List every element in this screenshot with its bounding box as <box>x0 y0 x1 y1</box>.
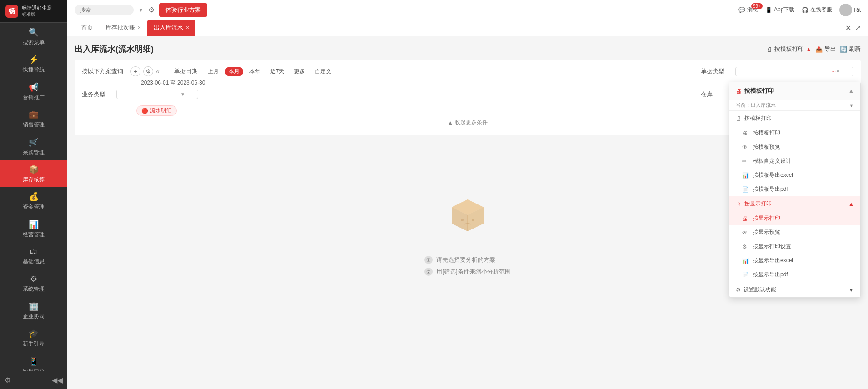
filter-actions: + ⚙ « <box>130 66 160 76</box>
tab-close-flow[interactable]: × <box>186 25 189 31</box>
display-pdf-icon: 📄 <box>742 272 749 278</box>
username-label: Rit <box>854 7 861 13</box>
tab-flow[interactable]: 出入库流水 × <box>147 20 195 36</box>
warehouse-label: 仓库 <box>701 90 728 99</box>
display-section-collapse-icon: ▲ <box>848 201 854 207</box>
sidebar-item-basics[interactable]: 🗂 基础信息 <box>0 242 67 269</box>
msg-icon: 💬 <box>738 7 745 13</box>
display-section-icon: 🖨 <box>736 200 742 207</box>
template-print-chevron: ▲ <box>806 46 812 53</box>
tab-close-batch[interactable]: × <box>138 25 141 31</box>
sidebar-item-sales[interactable]: 💼 销售管理 <box>0 105 67 132</box>
date-btn-this-year[interactable]: 本年 <box>246 67 264 76</box>
print-item-icon: 🖨 <box>742 130 749 136</box>
date-btn-custom[interactable]: 自定义 <box>311 67 335 76</box>
dropdown-item-template-print[interactable]: 🖨 按模板打印 <box>729 126 860 140</box>
sidebar-item-enterprise[interactable]: 🏢 企业协同 <box>0 297 67 324</box>
sidebar-item-system[interactable]: ⚙ 系统管理 <box>0 269 67 297</box>
sidebar-item-search[interactable]: 🔍 搜索菜单 <box>0 23 67 50</box>
filter-settings-button[interactable]: ⚙ <box>143 66 153 76</box>
dropdown-item-display-preview[interactable]: 👁 按显示预览 <box>729 225 860 239</box>
display-print-icon: 🖨 <box>742 215 749 222</box>
sidebar-item-inventory[interactable]: 📦 库存核算 <box>0 160 67 187</box>
filter-collapse-icon[interactable]: « <box>156 68 160 75</box>
app-download-button[interactable]: 📱 App下载 <box>765 6 794 14</box>
filter-tag-icon: 🔴 <box>141 108 148 114</box>
sidebar-item-operations[interactable]: 📊 经营管理 <box>0 215 67 242</box>
msg-button[interactable]: 💬 消息 99+ <box>738 6 758 14</box>
template-print-section: 🖨 按模板打印 🖨 按模板打印 👁 按模板预览 ✏ 模板自定义设计 <box>729 111 860 196</box>
chevron-down-icon[interactable]: ▼ <box>138 7 144 13</box>
sidebar-item-guide[interactable]: 🎓 新手引导 <box>0 324 67 351</box>
date-btn-7days[interactable]: 近7天 <box>267 67 288 76</box>
bill-type-select[interactable]: ··· ▼ <box>735 67 853 76</box>
template-print-button[interactable]: 🖨 按模板打印 ▲ <box>767 45 812 53</box>
refresh-icon: 🔄 <box>840 46 847 53</box>
operations-icon: 📊 <box>29 219 39 229</box>
sidebar-nav: 🔍 搜索菜单 ⚡ 快捷导航 📢 营销推广 💼 销售管理 🛒 采购管理 📦 库存核… <box>0 23 67 371</box>
search-input[interactable] <box>75 5 134 15</box>
active-filter-tag[interactable]: 🔴 流水明细 <box>136 105 177 116</box>
sidebar-item-finance[interactable]: 💰 资金管理 <box>0 187 67 214</box>
dropdown-item-template-preview[interactable]: 👁 按模板预览 <box>729 140 860 154</box>
template-print-section-header[interactable]: 🖨 按模板打印 <box>729 111 860 126</box>
dropdown-footer-default[interactable]: ⚙ 设置默认功能 ▼ <box>729 282 860 297</box>
sidebar-settings-btn[interactable]: ⚙ <box>5 376 11 384</box>
date-filter-area: 单据日期 上月 本月 本年 近7天 更多 自定义 <box>174 67 335 76</box>
template-section-icon: 🖨 <box>736 115 742 122</box>
export-button[interactable]: 📤 导出 <box>815 45 836 53</box>
dropdown-item-display-settings[interactable]: ⚙ 按显示打印设置 <box>729 239 860 254</box>
sidebar-item-marketing[interactable]: 📢 营销推广 <box>0 78 67 105</box>
bill-type-label: 单据类型 <box>701 67 728 75</box>
printer-icon: 🖨 <box>767 46 773 53</box>
inventory-icon: 📦 <box>29 165 39 175</box>
tab-batch[interactable]: 库存批次账 × <box>99 20 147 36</box>
empty-hints: ① 请先选择要分析的方案 ② 用[筛选]条件来缩小分析范围 <box>424 256 510 279</box>
page-header: 出入库流水(流水明细) 🖨 按模板打印 ▲ 📤 导出 🔄 刷新 <box>75 44 861 55</box>
dropdown-header: 🖨 按模板打印 ▲ <box>729 82 860 100</box>
refresh-button[interactable]: 🔄 刷新 <box>840 45 861 53</box>
display-preview-icon: 👁 <box>742 229 749 236</box>
dropdown-item-display-excel[interactable]: 📊 按显示导出excel <box>729 254 860 268</box>
dropdown-item-display-pdf[interactable]: 📄 按显示导出pdf <box>729 268 860 282</box>
preview-item-icon: 👁 <box>742 144 749 150</box>
export-icon: 📤 <box>815 46 823 53</box>
date-btn-more[interactable]: 更多 <box>290 67 309 76</box>
excel-item-icon: 📊 <box>742 172 749 179</box>
tab-home[interactable]: 首页 <box>75 20 99 36</box>
guide-icon: 🎓 <box>29 329 39 339</box>
trial-button[interactable]: 体验行业方案 <box>159 3 207 17</box>
dropdown-item-template-custom[interactable]: ✏ 模板自定义设计 <box>729 154 860 168</box>
tabs-right-actions: ✕ ⤢ <box>845 24 861 32</box>
enterprise-icon: 🏢 <box>29 301 39 311</box>
current-badge: 当前：出入库流水 ▼ <box>729 100 860 111</box>
date-btn-last-month[interactable]: 上月 <box>204 67 222 76</box>
sidebar-collapse-btn[interactable]: ◀◀ <box>52 376 63 384</box>
biz-type-select[interactable]: ▼ <box>116 90 198 99</box>
page-title: 出入库流水(流水明细) <box>75 44 154 55</box>
display-print-section-header[interactable]: 🖨 按显示打印 ▲ <box>729 196 860 211</box>
purchase-icon: 🛒 <box>29 137 39 147</box>
online-service-button[interactable]: 🎧 在线客服 <box>802 6 832 14</box>
dropdown-item-template-excel[interactable]: 📊 按模板导出excel <box>729 168 860 182</box>
app-logo-text: 畅捷通好生意 标准版 <box>22 5 52 18</box>
expand-window-btn[interactable]: ⤢ <box>855 24 861 32</box>
date-label: 单据日期 <box>174 67 201 75</box>
date-btn-this-month[interactable]: 本月 <box>225 67 243 76</box>
current-label: 当前：出入库流水 <box>736 102 776 109</box>
dropdown-item-display-print[interactable]: 🖨 按显示打印 <box>729 211 860 225</box>
app-logo-icon: 畅 <box>5 5 18 18</box>
user-avatar-area[interactable]: Rit <box>839 4 861 16</box>
sidebar-item-purchase[interactable]: 🛒 采购管理 <box>0 133 67 160</box>
tabs-bar: 首页 库存批次账 × 出入库流水 × ✕ ⤢ <box>67 20 868 36</box>
filter-add-button[interactable]: + <box>130 66 140 76</box>
close-window-btn[interactable]: ✕ <box>845 24 851 32</box>
sidebar-item-apps[interactable]: 📱 应用中心 <box>0 352 67 371</box>
topbar-settings-icon[interactable]: ⚙ <box>148 5 155 14</box>
chevron-up-icon: ▲ <box>448 120 453 126</box>
bill-type-more-icon: ··· <box>832 69 836 74</box>
dropdown-item-template-pdf[interactable]: 📄 按模板导出pdf <box>729 182 860 196</box>
sidebar-item-shortcut[interactable]: ⚡ 快捷导航 <box>0 50 67 77</box>
default-arrow-icon: ▼ <box>848 287 854 293</box>
dropdown-collapse-icon[interactable]: ▲ <box>848 88 854 94</box>
